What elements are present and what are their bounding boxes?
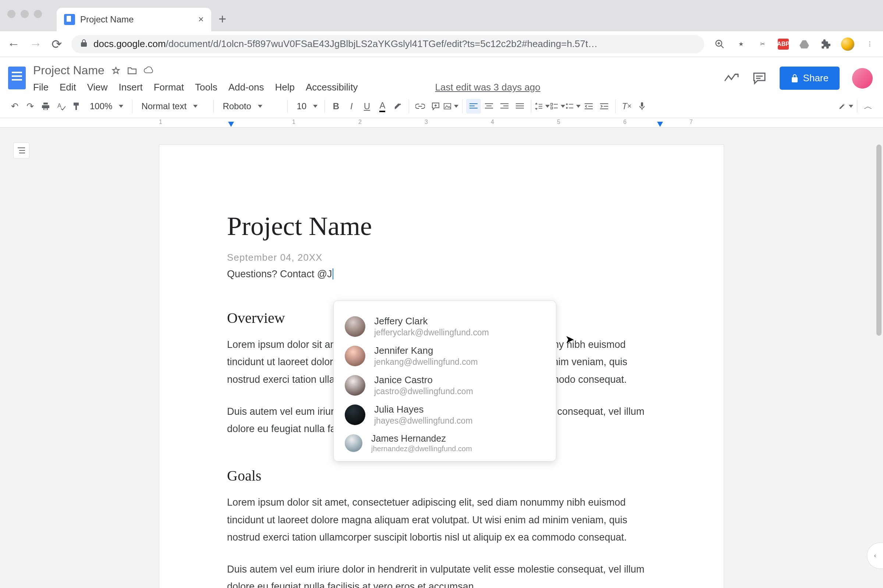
mention-input-text: @J [317,268,333,279]
more-menu-icon[interactable]: ⋮ [864,38,875,50]
mention-suggestion[interactable]: James Hernandez jhernandez@dwellingfund.… [334,429,556,457]
mention-suggestion[interactable]: Julia Hayes jhayes@dwellingfund.com [334,400,556,429]
minimize-window-icon[interactable] [21,10,29,18]
undo-button[interactable]: ↶ [8,99,22,114]
print-button[interactable] [38,99,53,114]
mention-name: Julia Hayes [374,404,473,415]
redo-button[interactable]: ↷ [23,99,38,114]
line-spacing-button[interactable] [535,99,550,114]
goals-paragraph-1[interactable]: Lorem ipsum dolor sit amet, consectetuer… [227,494,656,546]
collapse-toolbar-button[interactable]: ︿ [861,99,875,114]
mention-email: jhayes@dwellingfund.com [374,416,473,426]
mention-name: Jennifer Kang [374,345,478,356]
vertical-scrollbar[interactable] [876,144,881,336]
docs-header: Project Name File Edit View Insert Forma… [0,57,883,94]
docs-logo-icon[interactable] [5,62,29,94]
cloud-status-icon[interactable] [144,66,153,75]
mention-suggestion[interactable]: Jeffery Clark jefferyclark@dwellingfund.… [334,312,556,341]
insert-link-button[interactable] [413,99,428,114]
menu-edit[interactable]: Edit [60,82,76,93]
bookmark-star-icon[interactable]: ★ [735,38,747,50]
explore-button[interactable]: ‹ [867,542,883,569]
avatar-icon [345,346,365,366]
activity-icon[interactable] [724,70,739,86]
last-edit-link[interactable]: Last edit was 3 days ago [435,82,541,93]
paragraph-style-select[interactable]: Normal text [136,101,210,111]
menu-view[interactable]: View [87,82,108,93]
doc-heading-1[interactable]: Project Name [227,211,656,242]
paint-format-button[interactable] [69,99,84,114]
align-justify-button[interactable] [512,99,527,114]
star-icon[interactable] [111,66,121,75]
close-window-icon[interactable] [8,10,15,18]
maximize-window-icon[interactable] [34,10,42,18]
underline-button[interactable]: U [359,99,374,114]
menu-accessibility[interactable]: Accessibility [306,82,358,93]
tab-close-icon[interactable]: × [198,14,204,25]
tab-bar: Project Name × + [0,0,883,31]
align-right-button[interactable] [497,99,512,114]
spellcheck-button[interactable]: A [54,99,68,114]
browser-profile-avatar[interactable] [841,38,854,51]
extensions-icon[interactable] [820,38,832,50]
checklist-button[interactable] [550,99,565,114]
doc-date[interactable]: September 04, 20XX [227,252,656,263]
bulleted-list-button[interactable] [566,99,581,114]
svg-rect-8 [74,103,79,105]
abp-extension-icon[interactable]: ABP [778,39,789,50]
doc-contact-line[interactable]: Questions? Contact @J [227,268,656,280]
add-comment-button[interactable] [428,99,443,114]
decrease-indent-button[interactable] [581,99,596,114]
share-button[interactable]: Share [779,66,839,90]
text-color-button[interactable]: A [375,99,390,114]
mention-suggestion[interactable]: Jennifer Kang jenkang@dwellingfund.com [334,341,556,370]
increase-indent-button[interactable] [597,99,611,114]
ruler[interactable]: 1 1 2 3 4 5 6 7 [0,118,883,128]
ruler-tick: 1 [292,119,296,125]
move-folder-icon[interactable] [127,66,137,75]
mention-suggestion[interactable]: Janice Castro jcastro@dwellingfund.com [334,370,556,400]
tab-title: Project Name [80,14,193,25]
align-left-button[interactable] [466,99,481,114]
menu-file[interactable]: File [33,82,48,93]
goals-heading[interactable]: Goals [227,467,656,484]
insert-image-button[interactable] [444,99,458,114]
scissors-icon[interactable]: ✂ [757,38,768,50]
editing-mode-button[interactable] [838,99,853,114]
mention-name: James Hernandez [371,433,472,444]
bold-button[interactable]: B [329,99,343,114]
ruler-tick: 3 [425,119,428,125]
menu-help[interactable]: Help [275,82,295,93]
menu-bar: File Edit View Insert Format Tools Add-o… [33,82,720,93]
zoom-icon[interactable] [714,38,725,50]
menu-insert[interactable]: Insert [119,82,143,93]
menu-addons[interactable]: Add-ons [228,82,264,93]
highlight-color-button[interactable] [390,99,405,114]
indent-marker-left-icon[interactable] [228,122,234,127]
menu-format[interactable]: Format [154,82,184,93]
indent-marker-right-icon[interactable] [657,122,663,127]
reload-button[interactable]: ⟳ [51,37,62,51]
voice-typing-button[interactable] [635,99,649,114]
zoom-select[interactable]: 100% [85,101,128,111]
new-tab-button[interactable]: + [219,11,226,27]
browser-tab[interactable]: Project Name × [57,8,211,31]
font-family-select[interactable]: Roboto [218,101,284,111]
clear-formatting-button[interactable]: T× [619,99,634,114]
italic-button[interactable]: I [344,99,359,114]
url-input[interactable]: docs.google.com/document/d/1olcn-5f897wu… [71,35,704,53]
forward-button[interactable]: → [29,37,42,51]
account-avatar[interactable] [852,68,873,88]
show-outline-button[interactable] [13,142,29,159]
document-title[interactable]: Project Name [33,64,105,77]
drive-extension-icon[interactable] [798,38,810,50]
align-center-button[interactable] [482,99,496,114]
menu-tools[interactable]: Tools [195,82,218,93]
back-button[interactable]: ← [8,37,20,51]
formatting-toolbar: ↶ ↷ A 100% Normal text Roboto 10 B I U A… [0,94,883,118]
goals-paragraph-2[interactable]: Duis autem vel eum iriure dolor in hendr… [227,561,656,588]
window-controls [8,10,42,18]
ruler-tick: 5 [557,119,560,125]
comments-icon[interactable] [752,70,767,86]
font-size-select[interactable]: 10 [291,101,321,111]
